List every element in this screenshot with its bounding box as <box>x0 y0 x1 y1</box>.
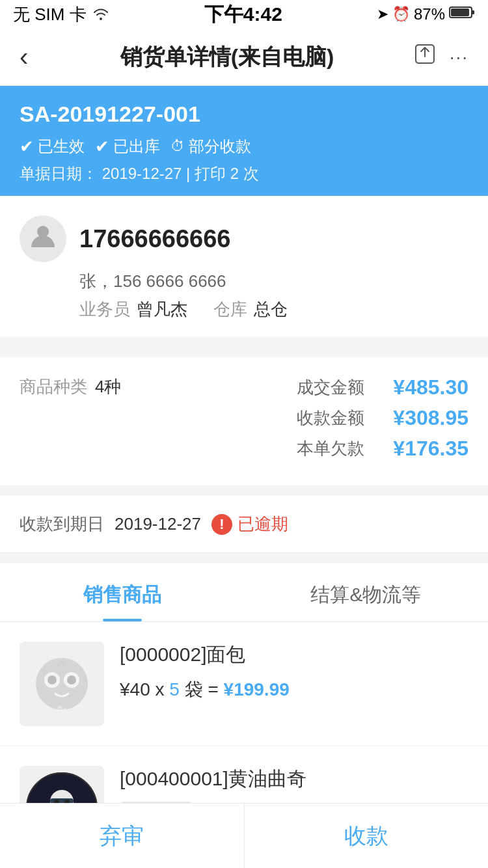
summary-row: 商品种类 4种 成交金额 ¥485.30 收款金额 ¥308.95 本单欠款 ¥… <box>20 375 468 467</box>
owed-label: 本单欠款 <box>297 437 364 460</box>
badge-activated: ✔ 已生效 <box>20 136 85 157</box>
due-date-section: 收款到期日 2019-12-27 ! 已逾期 <box>0 496 488 553</box>
print-unit: 次 <box>243 165 259 182</box>
amount-label: 成交金额 <box>297 376 364 399</box>
product-item-1: 鼎+ [0000002]面包 ¥40 x 5 袋 = ¥199.99 <box>0 622 488 746</box>
staff-warehouse-row: 业务员 曾凡杰 仓库 总仓 <box>20 298 468 321</box>
back-button[interactable]: ‹ <box>20 42 41 72</box>
order-badges: ✔ 已生效 ✔ 已出库 ⏱ 部分收款 <box>20 136 468 157</box>
clock-icon: ⏱ <box>170 138 185 155</box>
overdue-badge: ! 已逾期 <box>211 513 288 536</box>
badge-delivered: ✔ 已出库 <box>95 136 160 157</box>
status-bar: 无 SIM 卡 下午4:42 ➤ ⏰ 87% <box>0 0 488 29</box>
svg-rect-2 <box>451 8 469 16</box>
product-info-1: [0000002]面包 ¥40 x 5 袋 = ¥199.99 <box>120 642 468 702</box>
product-thumbnail-1: 鼎+ <box>20 642 104 726</box>
summary-left: 商品种类 4种 <box>20 375 121 398</box>
tab-settlement[interactable]: 结算&物流等 <box>244 563 488 621</box>
battery-text: 87% <box>414 5 445 23</box>
location-icon: ➤ <box>377 6 388 23</box>
more-button[interactable]: ··· <box>450 47 468 68</box>
received-row: 收款金额 ¥308.95 <box>297 406 468 430</box>
owed-row: 本单欠款 ¥176.35 <box>297 437 468 461</box>
summary-right: 成交金额 ¥485.30 收款金额 ¥308.95 本单欠款 ¥176.35 <box>297 375 468 467</box>
svg-text:鼎+: 鼎+ <box>57 705 67 712</box>
type-value: 4种 <box>95 375 121 398</box>
order-header-banner: SA-20191227-001 ✔ 已生效 ✔ 已出库 ⏱ 部分收款 单据日期：… <box>0 86 488 196</box>
overdue-warning-icon: ! <box>211 514 232 535</box>
print-count: 2 <box>230 165 239 182</box>
person-icon <box>29 221 57 256</box>
received-label: 收款金额 <box>297 407 364 429</box>
order-date-row: 单据日期： 2019-12-27 | 打印 2 次 <box>20 163 468 184</box>
product-name-1: [0000002]面包 <box>120 642 468 668</box>
warehouse-label: 仓库 <box>213 298 247 321</box>
svg-point-8 <box>47 675 57 685</box>
total-1: ¥199.99 <box>224 679 290 699</box>
qty-1: 5 <box>169 679 180 699</box>
check-icon-1: ✔ <box>20 137 34 157</box>
cancel-review-button[interactable]: 弃审 <box>0 804 245 868</box>
check-icon-2: ✔ <box>95 137 109 157</box>
amount-value: ¥485.30 <box>377 375 468 400</box>
status-right: ➤ ⏰ 87% <box>377 5 475 23</box>
due-date-value: 2019-12-27 <box>115 514 201 534</box>
price-base-1: ¥40 <box>120 679 150 699</box>
status-left: 无 SIM 卡 <box>13 3 110 26</box>
customer-section: 17666666666 张，156 6666 6666 业务员 曾凡杰 仓库 总… <box>0 196 488 336</box>
order-date: 2019-12-27 <box>102 165 182 182</box>
summary-section: 商品种类 4种 成交金额 ¥485.30 收款金额 ¥308.95 本单欠款 ¥… <box>0 357 488 485</box>
alarm-icon: ⏰ <box>392 6 410 23</box>
product-type-item: 商品种类 4种 <box>20 375 121 398</box>
product-name-2: [000400001]黄油曲奇 <box>120 766 468 793</box>
warehouse-name: 总仓 <box>254 298 288 321</box>
unit-1: 袋 <box>185 679 203 699</box>
staff-label: 业务员 <box>79 298 130 321</box>
print-label: 打印 <box>195 165 226 182</box>
svg-rect-1 <box>472 10 474 14</box>
order-id: SA-20191227-001 <box>20 102 200 127</box>
divider-2 <box>0 553 488 563</box>
badge-partial-payment: ⏱ 部分收款 <box>170 136 251 157</box>
bottom-actions: 弃审 收款 <box>0 803 488 868</box>
nav-actions: ··· <box>413 42 468 72</box>
overdue-text: 已逾期 <box>237 513 288 536</box>
received-value: ¥308.95 <box>377 406 468 430</box>
equals-1: = <box>208 679 223 699</box>
svg-point-9 <box>67 675 76 685</box>
owed-value: ¥176.35 <box>377 437 468 461</box>
due-label: 收款到期日 <box>20 513 104 536</box>
tabs-section: 销售商品 结算&物流等 <box>0 563 488 622</box>
customer-phone: 17666666666 <box>79 225 230 253</box>
status-time: 下午4:42 <box>204 1 282 28</box>
order-id-row: SA-20191227-001 <box>20 102 468 127</box>
wifi-icon <box>92 5 110 25</box>
staff-name: 曾凡杰 <box>137 298 187 321</box>
customer-name-phone: 张，156 6666 6666 <box>20 270 468 293</box>
date-label: 单据日期： <box>20 165 98 182</box>
multiply-1: x <box>156 679 170 699</box>
share-button[interactable] <box>413 42 437 72</box>
customer-row: 17666666666 <box>20 215 468 262</box>
amount-row: 成交金额 ¥485.30 <box>297 375 468 400</box>
carrier-text: 无 SIM 卡 <box>13 3 87 26</box>
nav-bar: ‹ 销货单详情(来自电脑) ··· <box>0 29 488 86</box>
avatar <box>20 215 66 262</box>
product-price-1: ¥40 x 5 袋 = ¥199.99 <box>120 677 468 702</box>
separator: | <box>186 165 195 182</box>
battery-icon <box>449 5 475 23</box>
warehouse-item: 仓库 总仓 <box>213 298 288 321</box>
type-label: 商品种类 <box>20 375 87 398</box>
page-title: 销货单详情(来自电脑) <box>41 42 413 72</box>
collect-payment-button[interactable]: 收款 <box>245 804 489 868</box>
divider-1 <box>0 347 488 357</box>
staff-item: 业务员 曾凡杰 <box>79 298 187 321</box>
tab-sales-products[interactable]: 销售商品 <box>0 563 244 621</box>
